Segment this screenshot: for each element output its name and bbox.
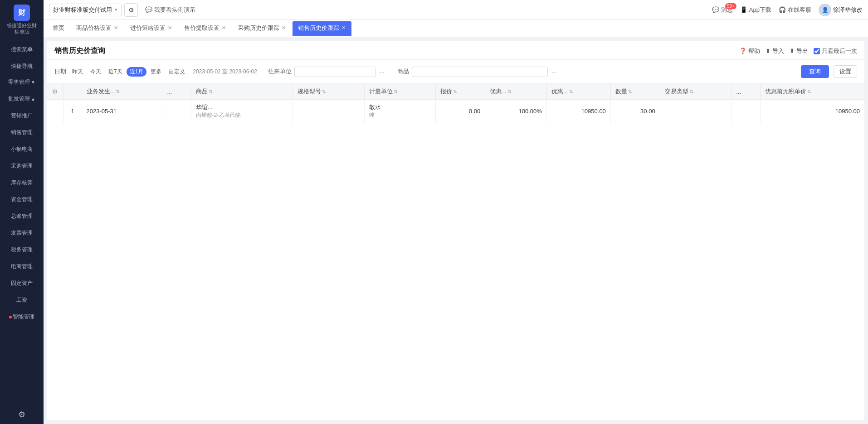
page-header: 销售历史价查询 ❓ 帮助 ⬆ 导入 ⬇ 导出 只看最后一次 (47, 41, 864, 60)
sidebar-item-wholesale[interactable]: 批发管理▲ (0, 91, 44, 107)
th-product[interactable]: 商品⇅ (191, 84, 293, 100)
query-button[interactable]: 查询 (801, 65, 829, 78)
export-button[interactable]: ⬇ 导出 (790, 47, 808, 55)
product-input[interactable] (412, 67, 548, 77)
th-more[interactable]: ... (162, 84, 191, 100)
th-discount-price[interactable]: 优惠...⇅ (546, 84, 610, 100)
th-quantity[interactable]: 数量⇅ (610, 84, 660, 100)
th-more2[interactable]: ... (731, 84, 760, 100)
th-unit[interactable]: 计量单位⇅ (364, 84, 436, 100)
sidebar-item-label-smart: 智能管理 (13, 313, 34, 320)
tabbar: 首页商品价格设置✕进价策略设置✕售价提取设置✕采购历史价跟踪✕销售历史价跟踪✕ (44, 20, 868, 37)
sidebar-settings-icon[interactable]: ⚙ (2, 410, 42, 419)
date-option-custom[interactable]: 自定义 (166, 67, 188, 77)
th-spec[interactable]: 规格型号⇅ (293, 84, 365, 100)
th-biz-date[interactable]: 业务发生...⇅ (82, 84, 162, 100)
tab-home[interactable]: 首页 (47, 21, 70, 36)
customer-filter-label: 往来单位 (268, 67, 292, 76)
sidebar-item-marketing[interactable]: 营销推广 (0, 107, 44, 124)
app-select[interactable]: 好业财标准版交付试用 ▾ (49, 4, 122, 16)
only-last-checkbox-label[interactable]: 只看最后一次 (814, 47, 857, 55)
online-service-button[interactable]: 🎧 在线客服 (779, 6, 811, 14)
sidebar-item-purchase[interactable]: 采购管理 (0, 158, 44, 174)
sidebar-item-label-purchase: 采购管理 (11, 163, 33, 169)
sidebar-item-fixed_assets[interactable]: 固定资产 (0, 275, 44, 292)
sidebar-item-inventory[interactable]: 库存核算 (0, 174, 44, 191)
date-filter-group: 日期 昨天今天近7天近1月更多自定义 2023-05-02 至 2023-06-… (54, 67, 257, 77)
chevron-down-icon: ▾ (115, 7, 117, 13)
tab-label-purchase_strategy: 进价策略设置 (130, 24, 166, 32)
page-title: 销售历史价查询 (54, 46, 105, 56)
message-badge: 99+ (725, 3, 736, 9)
th-pretax-price[interactable]: 优惠前无税单价⇅ (760, 84, 864, 100)
tab-sales_history[interactable]: 销售历史价跟踪✕ (293, 21, 351, 36)
user-menu[interactable]: 👤 徐泽华修改 (819, 4, 863, 16)
message-button[interactable]: 💬 消息 99+ (712, 6, 733, 14)
demo-link[interactable]: 💬 我要看实例演示 (145, 6, 195, 14)
table-settings-icon[interactable]: ⚙ (52, 88, 58, 95)
sidebar-item-retail[interactable]: 零售管理▼ (0, 74, 44, 91)
tab-close-product_price[interactable]: ✕ (113, 24, 118, 31)
date-option-last7[interactable]: 近7天 (105, 67, 126, 77)
topbar: 好业财标准版交付试用 ▾ ⚙ 💬 我要看实例演示 💬 消息 99+ 📱 App下… (44, 0, 868, 20)
sidebar: 财 畅捷通好业财 标准版 搜索菜单 快捷导航 零售管理▼批发管理▲营销推广销售管… (0, 0, 44, 424)
tab-label-purchase_history: 采购历史价跟踪 (238, 24, 279, 32)
tab-purchase_history[interactable]: 采购历史价跟踪✕ (233, 21, 292, 36)
customer-filter-group: 往来单位 ··· (268, 67, 386, 77)
sidebar-item-finance[interactable]: 资金管理 (0, 191, 44, 208)
help-button[interactable]: ❓ 帮助 (739, 47, 760, 55)
sidebar-item-sales[interactable]: 销售管理 (0, 124, 44, 141)
table-body: 1 2023-05-31 华谊... 丙烯酸-2-乙基己酯 散水 吨 0.00 … (47, 100, 864, 123)
customer-input-wrap: ··· (294, 67, 386, 77)
settings-set-button[interactable]: 设置 (834, 65, 857, 78)
sidebar-item-ecommerce_small[interactable]: 小畅电商 (0, 141, 44, 158)
sidebar-item-smart[interactable]: 智能管理 (0, 308, 44, 325)
app-download-button[interactable]: 📱 App下载 (740, 6, 771, 14)
th-settings[interactable]: ⚙ (47, 84, 63, 100)
th-trade-type[interactable]: 交易类型⇅ (660, 84, 731, 100)
tab-close-sales_history[interactable]: ✕ (341, 24, 346, 31)
row-trade-type (660, 100, 731, 123)
tab-sale_price_pickup[interactable]: 售价提取设置✕ (179, 21, 232, 36)
date-option-yesterday[interactable]: 昨天 (69, 67, 86, 77)
date-option-more[interactable]: 更多 (147, 67, 165, 77)
headset-icon: 🎧 (779, 6, 786, 13)
sidebar-item-ecommerce[interactable]: 电商管理 (0, 258, 44, 275)
tab-close-purchase_history[interactable]: ✕ (281, 24, 286, 31)
gear-icon: ⚙ (128, 6, 134, 14)
online-service-label: 在线客服 (788, 6, 811, 14)
chat-icon: 💬 (145, 6, 152, 13)
sidebar-bottom: ⚙ (0, 405, 44, 424)
customer-more-button[interactable]: ··· (378, 67, 386, 77)
sidebar-item-label-finance: 资金管理 (11, 196, 33, 202)
sidebar-item-ledger[interactable]: 总账管理 (0, 208, 44, 225)
sidebar-item-payroll[interactable]: 工资 (0, 292, 44, 308)
only-last-checkbox[interactable] (814, 48, 820, 54)
date-option-last1m[interactable]: 近1月 (127, 67, 147, 77)
date-option-today[interactable]: 今天 (87, 67, 104, 77)
tab-close-sale_price_pickup[interactable]: ✕ (221, 24, 226, 31)
tab-close-purchase_strategy[interactable]: ✕ (167, 24, 172, 31)
th-quoted-price[interactable]: 报价⇅ (436, 84, 485, 100)
app-select-label: 好业财标准版交付试用 (53, 6, 112, 14)
sidebar-item-invoice[interactable]: 发票管理 (0, 225, 44, 241)
page-area: 销售历史价查询 ❓ 帮助 ⬆ 导入 ⬇ 导出 只看最后一次 (47, 41, 864, 420)
table-header-row: ⚙ 业务发生...⇅ ... 商品⇅ 规格型号⇅ 计量单位⇅ 报价⇅ 优惠...… (47, 84, 864, 100)
sidebar-item-tax[interactable]: 税务管理 (0, 241, 44, 258)
sidebar-quick-nav[interactable]: 快捷导航 (0, 59, 44, 74)
topbar-settings-button[interactable]: ⚙ (124, 3, 138, 17)
th-discount-rate[interactable]: 优惠...⇅ (485, 84, 547, 100)
logo-icon: 财 (14, 5, 30, 21)
product-more-button[interactable]: ··· (550, 67, 558, 77)
sidebar-search[interactable]: 搜索菜单 (0, 40, 44, 59)
user-name: 徐泽华修改 (833, 6, 863, 14)
customer-input[interactable] (294, 67, 376, 77)
expand-icon-retail: ▼ (31, 80, 35, 85)
tab-label-home: 首页 (53, 24, 64, 32)
row-biz-date: 2023-05-31 (82, 100, 162, 123)
data-table: ⚙ 业务发生...⇅ ... 商品⇅ 规格型号⇅ 计量单位⇅ 报价⇅ 优惠...… (47, 84, 864, 123)
message-icon: 💬 (712, 6, 719, 13)
tab-product_price[interactable]: 商品价格设置✕ (71, 21, 124, 36)
tab-purchase_strategy[interactable]: 进价策略设置✕ (125, 21, 178, 36)
import-button[interactable]: ⬆ 导入 (766, 47, 784, 55)
